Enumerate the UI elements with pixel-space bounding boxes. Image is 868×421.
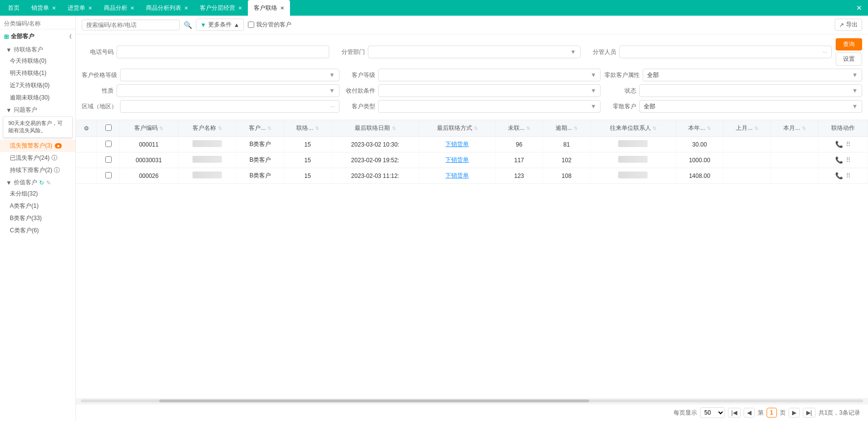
col-gear[interactable]: ⚙ xyxy=(76,120,97,137)
row-last-method-2[interactable]: 下销货单 xyxy=(419,168,495,184)
tab-close-customer-segment[interactable]: ✕ xyxy=(238,5,242,11)
first-page-btn[interactable]: |◀ xyxy=(728,408,741,418)
row-checkbox-0[interactable] xyxy=(97,137,120,152)
sidebar-item-ungroup[interactable]: 未分组(32) xyxy=(0,188,75,200)
last-method-link-1[interactable]: 下销货单 xyxy=(445,156,469,163)
col-no-contact[interactable]: 未联... ⇅ xyxy=(495,120,543,137)
sidebar-item-class-b[interactable]: B类客户(33) xyxy=(0,212,75,224)
more-conditions-btn[interactable]: ▼ 更多条件 ▲ xyxy=(196,19,244,31)
col-last-method[interactable]: 最后联络方式 ⇅ xyxy=(419,120,495,137)
my-customers-checkbox[interactable] xyxy=(248,22,254,28)
more-action-icon-0[interactable]: ⠿ xyxy=(846,141,851,148)
phone-action-icon-2[interactable]: 📞 xyxy=(835,172,843,179)
tab-home[interactable]: 首页 xyxy=(2,0,25,16)
sidebar-item-overdue[interactable]: 逾期未联络(30) xyxy=(0,92,75,104)
row-contact-1: 15 xyxy=(284,152,332,168)
col-name[interactable]: 客户名称 ⇅ xyxy=(178,120,237,137)
filter-search-input[interactable] xyxy=(82,20,180,30)
select-all-checkbox[interactable] xyxy=(105,124,112,131)
row-last-method-1[interactable]: 下销货单 xyxy=(419,152,495,168)
tab-analysis[interactable]: 商品分析 ✕ xyxy=(98,0,140,16)
row-checkbox-1[interactable] xyxy=(97,152,120,168)
phone-input[interactable] xyxy=(117,46,329,58)
row-this-month-1 xyxy=(771,152,818,168)
per-page-select[interactable]: 50 20 100 xyxy=(700,407,725,418)
row-checkbox-input-1[interactable] xyxy=(105,156,112,163)
gender-select[interactable]: ▼ xyxy=(117,84,339,97)
row-action-0: 📞 ⠿ xyxy=(818,137,868,152)
col-last-date[interactable]: 最后联络日期 ⇅ xyxy=(331,120,419,137)
col-this-year[interactable]: 本年... ⇅ xyxy=(676,120,723,137)
settings-icon[interactable]: ⚙ xyxy=(84,125,89,132)
sidebar-item-loss-warn[interactable]: 流失预警客户(3) ● xyxy=(0,140,75,152)
window-close-btn[interactable]: ✕ xyxy=(856,4,866,12)
sidebar-item-week[interactable]: 近7天待联络(0) xyxy=(0,79,75,92)
more-action-icon-2[interactable]: ⠿ xyxy=(846,172,851,179)
phone-action-icon-1[interactable]: 📞 xyxy=(835,156,843,164)
last-method-link-0[interactable]: 下销货单 xyxy=(445,141,469,148)
scroll-thumb[interactable] xyxy=(159,399,589,402)
export-btn[interactable]: ↗ 导出 xyxy=(835,19,862,31)
sidebar-item-today[interactable]: 今天待联络(0) xyxy=(0,55,75,67)
horizontal-scroll-area[interactable] xyxy=(76,398,868,404)
scroll-track[interactable] xyxy=(81,399,863,402)
price-level-select[interactable]: ▼ xyxy=(120,69,339,81)
tab-sales[interactable]: 销货单 ✕ xyxy=(25,0,62,16)
row-checkbox-input-2[interactable] xyxy=(105,172,112,178)
customer-level-select[interactable]: ▼ xyxy=(378,69,601,81)
tab-analysis-list[interactable]: 商品分析列表 ✕ xyxy=(140,0,194,16)
staff-dots[interactable]: ··· xyxy=(822,49,827,55)
current-page[interactable]: 1 xyxy=(767,408,777,418)
sidebar-item-tomorrow[interactable]: 明天待联络(1) xyxy=(0,67,75,79)
more-action-icon-1[interactable]: ⠿ xyxy=(846,156,851,164)
row-last-method-0[interactable]: 下销货单 xyxy=(419,137,495,152)
sidebar-item-class-a[interactable]: A类客户(1) xyxy=(0,200,75,212)
col-unit-contact[interactable]: 往来单位联系人 ⇅ xyxy=(590,120,676,137)
phone-action-icon-0[interactable]: 📞 xyxy=(835,141,843,148)
sidebar-item-class-c[interactable]: C类客户(6) xyxy=(0,224,75,237)
tab-customer-contact[interactable]: 客户联络 ✕ xyxy=(248,0,290,16)
last-method-link-2[interactable]: 下销货单 xyxy=(445,172,469,179)
edit-icon[interactable]: ✎ xyxy=(46,179,51,186)
tab-close-customer-contact[interactable]: ✕ xyxy=(280,5,284,11)
payment-select[interactable]: ▼ xyxy=(378,84,601,97)
tab-customer-segment[interactable]: 客户分层经营 ✕ xyxy=(194,0,248,16)
tab-close-sales[interactable]: ✕ xyxy=(52,5,56,11)
tab-close-analysis-list[interactable]: ✕ xyxy=(184,5,188,11)
sidebar-all-customers[interactable]: ⊞ 全部客户 《 xyxy=(0,29,75,44)
row-type-2: B类客户 xyxy=(237,168,284,184)
chevron-up-icon: ▲ xyxy=(234,22,240,28)
sidebar-search-input[interactable] xyxy=(4,20,76,27)
zero-retail-select[interactable]: 全部 ▼ xyxy=(639,100,862,113)
sort-type-icon: ⇅ xyxy=(267,125,271,131)
row-checkbox-2[interactable] xyxy=(97,168,120,184)
tab-close-analysis[interactable]: ✕ xyxy=(130,5,134,11)
col-type[interactable]: 客户... ⇅ xyxy=(237,120,284,137)
col-last-month[interactable]: 上月... ⇅ xyxy=(723,120,771,137)
refresh-icon[interactable]: ↻ xyxy=(39,179,44,186)
customer-type-select[interactable]: ▼ xyxy=(378,100,601,113)
dept-select[interactable]: ▼ xyxy=(368,46,580,58)
region-select[interactable]: ··· xyxy=(120,100,339,113)
next-page-btn[interactable]: ▶ xyxy=(789,408,800,418)
col-this-month[interactable]: 本月... ⇅ xyxy=(771,120,818,137)
status-select[interactable]: ▼ xyxy=(639,84,862,97)
my-customers-checkbox-label[interactable]: 我分管的客户 xyxy=(248,21,291,29)
staff-select[interactable]: ··· xyxy=(619,46,832,58)
sidebar-item-lost[interactable]: 已流失客户(24) ⓘ xyxy=(0,152,75,164)
query-btn[interactable]: 查询 xyxy=(836,38,862,50)
tab-close-purchase[interactable]: ✕ xyxy=(88,5,92,11)
settings-btn[interactable]: 设置 xyxy=(836,52,862,66)
prev-page-btn[interactable]: ◀ xyxy=(744,408,755,418)
region-dots[interactable]: ··· xyxy=(330,103,335,110)
filter-search-icon[interactable]: 🔍 xyxy=(184,21,192,29)
sort-this-month-icon: ⇅ xyxy=(802,125,806,131)
row-checkbox-input-0[interactable] xyxy=(105,141,112,147)
tab-purchase[interactable]: 进货单 ✕ xyxy=(62,0,98,16)
last-page-btn[interactable]: ▶| xyxy=(803,408,816,418)
col-code[interactable]: 客户编码 ⇅ xyxy=(120,120,178,137)
sidebar-item-declining[interactable]: 持续下滑客户(2) ⓘ xyxy=(0,164,75,176)
zero-attr-select[interactable]: 全部 ▼ xyxy=(643,69,862,81)
col-contact[interactable]: 联络... ⇅ xyxy=(284,120,332,137)
col-overdue[interactable]: 逾期... ⇅ xyxy=(543,120,590,137)
